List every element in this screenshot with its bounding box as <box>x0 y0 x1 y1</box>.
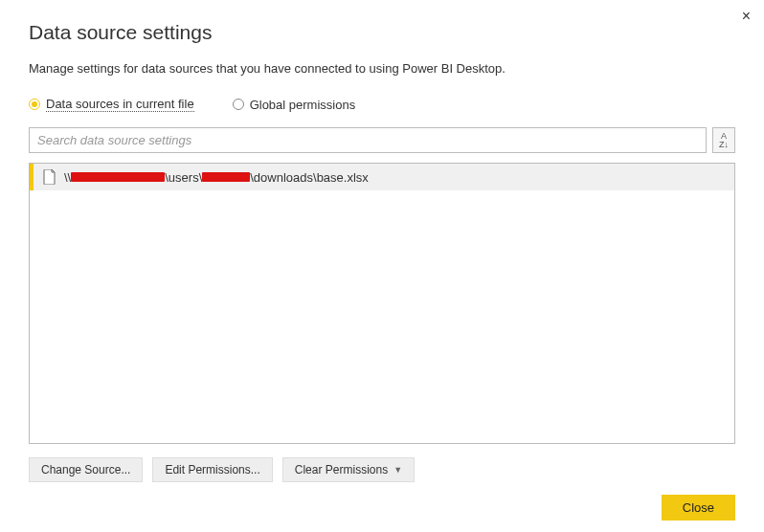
sort-arrow-icon: Z↓ <box>719 141 729 149</box>
radio-icon <box>29 99 40 110</box>
clear-permissions-label: Clear Permissions <box>295 463 388 477</box>
edit-permissions-button[interactable]: Edit Permissions... <box>152 457 272 482</box>
scope-radio-group: Data sources in current file Global perm… <box>29 97 735 112</box>
dialog-title: Data source settings <box>29 21 735 44</box>
dialog-footer: Close <box>662 495 735 521</box>
radio-global-permissions-label: Global permissions <box>250 98 356 112</box>
dialog-subtitle: Manage settings for data sources that yo… <box>29 61 735 76</box>
chevron-down-icon: ▼ <box>393 465 402 475</box>
data-source-list[interactable]: \\ \users\ \downloads\base.xlsx <box>29 163 735 444</box>
search-row: A Z↓ <box>29 127 735 153</box>
close-button[interactable]: Close <box>662 495 735 521</box>
sort-button[interactable]: A Z↓ <box>712 127 735 153</box>
radio-current-file[interactable]: Data sources in current file <box>29 97 194 112</box>
redacted-segment <box>202 172 250 182</box>
radio-icon <box>233 99 244 110</box>
redacted-segment <box>71 172 165 182</box>
change-source-button[interactable]: Change Source... <box>29 457 143 482</box>
action-button-row: Change Source... Edit Permissions... Cle… <box>29 457 735 482</box>
radio-global-permissions[interactable]: Global permissions <box>233 98 356 112</box>
clear-permissions-button[interactable]: Clear Permissions ▼ <box>282 457 415 482</box>
data-source-item[interactable]: \\ \users\ \downloads\base.xlsx <box>30 164 734 190</box>
radio-current-file-label: Data sources in current file <box>46 97 194 112</box>
data-source-path: \\ \users\ \downloads\base.xlsx <box>64 170 369 185</box>
close-icon[interactable]: × <box>742 8 751 25</box>
search-input[interactable] <box>29 127 707 153</box>
file-icon <box>43 169 56 185</box>
